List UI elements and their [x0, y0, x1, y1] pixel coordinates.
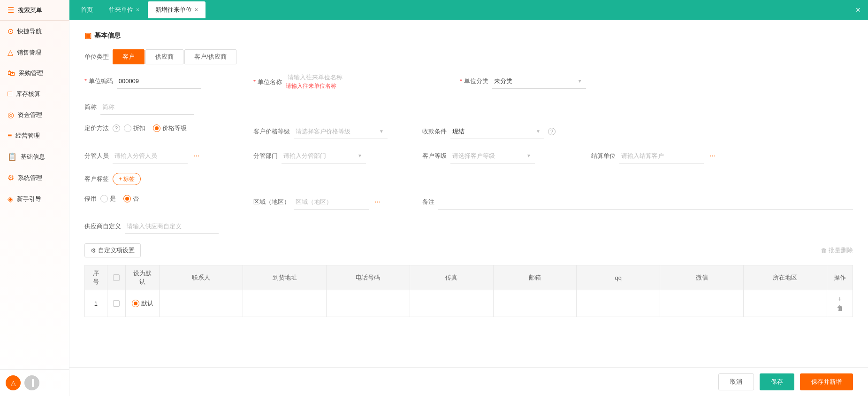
tab-bar-close-all[interactable]: ×	[852, 5, 864, 15]
tab-new-partner-close[interactable]: ×	[195, 7, 198, 13]
pricing-question-icon[interactable]: ?	[113, 124, 120, 132]
remark-input[interactable]	[438, 194, 853, 210]
main-area: 首页 往来单位 × 新增往来单位 × × ▣ 基本信息 单位类型 客户 供应商 …	[69, 0, 868, 396]
sidebar-item-guide[interactable]: ◈ 新手引导	[0, 188, 69, 210]
search-icon: ☰	[8, 6, 14, 15]
email-input[interactable]	[499, 296, 571, 311]
unit-type-label: 单位类型	[84, 53, 109, 61]
address-input[interactable]	[249, 296, 320, 311]
sidebar-item-inventory[interactable]: □ 库存核算	[0, 84, 69, 104]
settlement-label: 结算单位	[591, 152, 616, 160]
unit-code-input[interactable]	[117, 74, 201, 89]
wechat-input[interactable]	[666, 296, 738, 311]
supplier-custom-input[interactable]	[125, 219, 219, 234]
customer-tag-field: 客户标签 + 标签	[84, 173, 853, 185]
manager-input[interactable]	[113, 148, 188, 163]
type-btn-both[interactable]: 客户/供应商	[184, 49, 236, 64]
radio-price-level[interactable]: 价格等级	[153, 124, 187, 132]
guide-icon: ◈	[8, 194, 13, 203]
disable-label: 停用	[84, 194, 97, 203]
unit-type-field: 单位类型 客户 供应商 客户/供应商	[84, 49, 328, 64]
sidebar-bottom: △ ▐	[0, 369, 69, 396]
custom-settings-btn[interactable]: ⚙ 自定义项设置	[84, 243, 141, 257]
customer-price-level-select[interactable]: 请选择客户价格等级 ▼	[294, 124, 388, 139]
payment-terms-field: 收款条件 现结 ▼ ?	[422, 124, 853, 139]
fax-input[interactable]	[416, 296, 487, 311]
sidebar-item-purchase[interactable]: 🛍 采购管理	[0, 63, 69, 84]
radio-no[interactable]: 否	[123, 194, 139, 203]
dept-select[interactable]: 请输入分管部门 ▼	[282, 148, 366, 163]
tag-add-btn[interactable]: + 标签	[113, 173, 141, 185]
contact-input[interactable]	[165, 296, 237, 311]
save-button[interactable]: 保存	[760, 373, 794, 390]
tab-partners[interactable]: 往来单位 ×	[101, 1, 147, 18]
cancel-button[interactable]: 取消	[718, 373, 754, 390]
sidebar-item-label: 销售管理	[17, 48, 41, 57]
sidebar-item-base[interactable]: 📋 基础信息	[0, 146, 69, 167]
batch-delete-btn[interactable]: 🗑 批量删除	[821, 246, 853, 255]
manager-more-btn[interactable]: ···	[191, 152, 201, 160]
region-row-input[interactable]	[749, 296, 821, 311]
th-region: 所在地区	[744, 265, 827, 290]
purchase-icon: 🛍	[8, 69, 15, 78]
dept-field: 分管部门 请输入分管部门 ▼	[253, 148, 422, 163]
section-icon: ▣	[84, 31, 91, 40]
customer-level-select[interactable]: 请选择客户等级 ▼	[450, 148, 535, 163]
header-checkbox[interactable]	[113, 274, 120, 281]
region-more-btn[interactable]: ···	[373, 198, 382, 206]
row-add-btn[interactable]: +	[837, 294, 843, 303]
settlement-input[interactable]	[619, 148, 704, 163]
phone-input[interactable]	[332, 296, 404, 311]
qq-input[interactable]	[582, 296, 654, 311]
row-checkbox[interactable]	[113, 300, 120, 307]
type-btn-customer[interactable]: 客户	[113, 49, 145, 64]
sidebar-item-quick-nav[interactable]: ⊙ 快捷导航	[0, 21, 69, 42]
unit-code-name-row: * 单位编码 * 单位名称 请输入往来单位名称 *	[84, 74, 853, 90]
unit-category-select[interactable]: 未分类 ▼	[492, 74, 586, 89]
tab-new-partner[interactable]: 新增往来单位 ×	[148, 1, 206, 18]
default-radio[interactable]: 默认	[131, 299, 153, 308]
td-fax	[410, 290, 493, 317]
save-new-button[interactable]: 保存并新增	[800, 373, 853, 390]
customer-tag-label: 客户标签	[84, 175, 109, 183]
row-delete-btn[interactable]: 🗑	[836, 303, 844, 313]
customer-price-level-label: 客户价格等级	[253, 127, 290, 136]
sidebar-item-operations[interactable]: ≡ 经营管理	[0, 125, 69, 146]
sidebar-item-label: 新手引导	[17, 195, 41, 203]
customer-level-placeholder: 请选择客户等级	[452, 152, 495, 160]
tab-home[interactable]: 首页	[73, 1, 100, 18]
payment-question-icon[interactable]: ?	[548, 128, 556, 135]
cancel-label: 取消	[730, 378, 742, 385]
settlement-more-btn[interactable]: ···	[708, 152, 717, 160]
sidebar-search[interactable]: ☰ 搜索菜单	[0, 0, 69, 21]
settlement-field: 结算单位 ···	[591, 148, 853, 163]
custom-settings-label: 自定义项设置	[98, 246, 135, 255]
tab-partners-close[interactable]: ×	[136, 7, 139, 13]
sidebar-item-finance[interactable]: ◎ 资金管理	[0, 104, 69, 125]
pricing-method-field: 定价方法 ? 折扣 价格等级	[84, 124, 253, 132]
customer-level-label: 客户等级	[422, 152, 447, 160]
th-qq: qq	[577, 265, 660, 290]
unit-name-input[interactable]	[286, 74, 380, 81]
sidebar-item-sales[interactable]: △ 销售管理	[0, 42, 69, 63]
disable-field: 停用 是 否	[84, 194, 253, 203]
radio-discount[interactable]: 折扣	[124, 124, 145, 132]
short-name-label: 简称	[84, 103, 97, 111]
section-basic-info: ▣ 基本信息	[84, 31, 853, 40]
remark-label: 备注	[422, 198, 434, 206]
table-header-row: 序号 设为默认 联系人 到货地址 电话号码 传真 邮箱 qq 微信 所在地区 操…	[85, 265, 853, 290]
sidebar-item-system[interactable]: ⚙ 系统管理	[0, 167, 69, 188]
sidebar-bottom-btn1[interactable]: △	[6, 375, 21, 390]
type-btn-supplier[interactable]: 供应商	[145, 49, 183, 64]
td-email	[493, 290, 577, 317]
short-name-input[interactable]	[100, 100, 194, 115]
th-checkbox	[107, 265, 125, 290]
region-input[interactable]	[294, 194, 369, 210]
payment-terms-select[interactable]: 现结 ▼	[450, 124, 544, 139]
customer-price-level-field: 客户价格等级 请选择客户价格等级 ▼	[253, 124, 422, 139]
tab-bar: 首页 往来单位 × 新增往来单位 × ×	[69, 0, 868, 20]
radio-yes[interactable]: 是	[100, 194, 116, 203]
disable-row: 停用 是 否 区域（地区） ···	[84, 194, 853, 210]
unit-category-label: * 单位分类	[460, 77, 488, 85]
sidebar-bottom-btn2[interactable]: ▐	[24, 375, 39, 390]
